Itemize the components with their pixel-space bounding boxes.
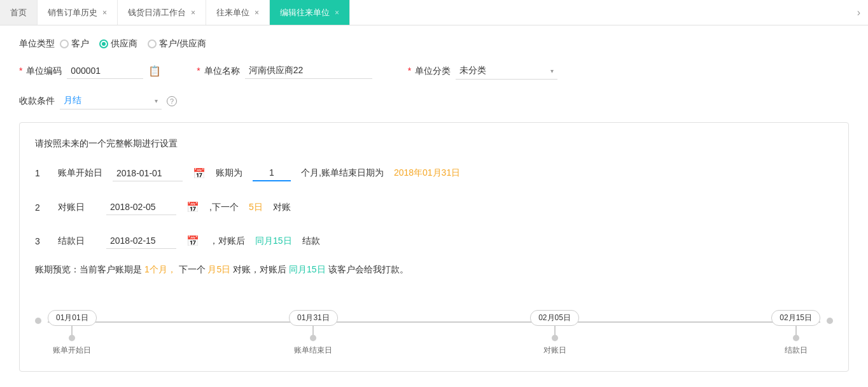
pay-date-calendar-icon[interactable]: 📅	[186, 235, 199, 247]
radio-both[interactable]: 客户/供应商	[148, 38, 206, 50]
radio-customer-label: 客户	[71, 38, 89, 50]
recon-date-calendar-icon[interactable]: 📅	[186, 201, 199, 213]
start-date-input[interactable]	[113, 165, 183, 181]
preview-text: 账期预览：当前客户账期是 1个月， 下一个 月5日 对账，对账后 同月15日 该…	[35, 254, 833, 291]
payment-terms-label: 收款条件	[19, 95, 55, 107]
unit-name-input[interactable]	[245, 63, 372, 79]
unit-code-input[interactable]	[67, 63, 143, 79]
tab-close-partners[interactable]: ×	[255, 8, 259, 17]
unit-category-group: * 单位分类 未分类 ▾	[408, 62, 557, 80]
preview-recon-suffix: 对账，对账后	[233, 264, 286, 274]
timeline-point-1-desc: 账单开始日	[53, 345, 91, 356]
radio-supplier-circle	[99, 39, 108, 48]
preview-recon-day: 月5日	[207, 264, 230, 274]
timeline-start-dot	[35, 318, 41, 324]
timeline-point-2: 01月31日 账单结束日	[289, 310, 338, 356]
settings-row-3: 3 结款日 📅 ，对账后 同月15日 结款	[35, 233, 833, 249]
tab-more-button[interactable]: ›	[850, 7, 868, 18]
row-2-day: 5日	[249, 202, 263, 213]
row-1-suffix: 个月,账单结束日期为	[301, 167, 384, 179]
row-3-suffix: 结款	[302, 236, 320, 247]
preview-prefix: 账期预览：当前客户账期是	[35, 264, 142, 274]
unit-type-row: 单位类型 客户 供应商 客户/供应商	[19, 38, 849, 50]
radio-customer[interactable]: 客户	[60, 38, 89, 50]
page-content: 单位类型 客户 供应商 客户/供应商 * 单位编码	[0, 25, 868, 387]
help-icon[interactable]: ?	[167, 96, 177, 106]
radio-customer-circle	[60, 39, 69, 48]
radio-group: 客户 供应商 客户/供应商	[60, 38, 206, 50]
unit-category-value: 未分类	[459, 65, 548, 76]
payment-terms-group: 收款条件 月结 ▾ ?	[19, 92, 177, 109]
timeline-point-3-dot	[552, 335, 558, 341]
row-1-midtext: 账期为	[216, 167, 242, 179]
unit-code-group: * 单位编码 📋	[19, 63, 161, 79]
timeline-point-2-label: 01月31日	[289, 310, 338, 326]
unit-name-label: * 单位名称	[197, 66, 239, 77]
unit-type-label: 单位类型	[19, 38, 55, 50]
radio-both-circle	[148, 39, 157, 48]
payment-terms-select[interactable]: 月结 ▾	[60, 92, 162, 109]
row-2-label: 对账日	[58, 202, 96, 213]
payment-terms-row: 收款条件 月结 ▾ ?	[19, 92, 849, 109]
radio-both-label: 客户/供应商	[159, 38, 206, 50]
radio-supplier[interactable]: 供应商	[99, 38, 137, 50]
settings-row-1: 1 账单开始日 📅 账期为 个月,账单结束日期为 2018年01月31日	[35, 165, 833, 181]
preview-pay-day: 同月15日	[289, 264, 326, 274]
tab-edit-partner[interactable]: 编辑往来单位 ×	[270, 0, 350, 25]
unit-code-copy-icon[interactable]: 📋	[148, 65, 161, 77]
row-1-end-date: 2018年01月31日	[394, 167, 460, 179]
tab-partners[interactable]: 往来单位 ×	[206, 0, 270, 25]
timeline-point-1-dot	[69, 335, 75, 341]
preview-recon-prefix: 下一个	[179, 264, 206, 274]
timeline-point-3-desc: 对账日	[543, 345, 566, 356]
row-3-label: 结款日	[58, 236, 96, 247]
unit-name-group: * 单位名称	[197, 63, 372, 79]
settings-title: 请按照未来的一个完整帐期进行设置	[35, 138, 833, 150]
row-2-suffix: 对账	[273, 202, 291, 213]
row-3-prefix: ，对账后	[209, 236, 245, 247]
tab-bar: 首页 销售订单历史 × 钱货日清工作台 × 往来单位 × 编辑往来单位 × ›	[0, 0, 868, 25]
settings-box: 请按照未来的一个完整帐期进行设置 1 账单开始日 📅 账期为 个月,账单结束日期…	[19, 122, 849, 372]
unit-category-select[interactable]: 未分类 ▾	[456, 62, 557, 80]
tab-cash-desk[interactable]: 钱货日清工作台 ×	[118, 0, 206, 25]
tab-close-sales-history[interactable]: ×	[102, 8, 107, 17]
timeline-point-2-desc: 账单结束日	[294, 345, 332, 356]
timeline-points: 01月01日 账单开始日 01月31日 账单结束日 02月05日	[48, 310, 820, 356]
timeline-end-dot	[827, 318, 833, 324]
tab-close-cash-desk[interactable]: ×	[191, 8, 195, 17]
row-2-num: 2	[35, 202, 48, 213]
timeline-point-2-dot	[310, 335, 316, 341]
timeline-point-1: 01月01日 账单开始日	[48, 310, 97, 356]
start-date-calendar-icon[interactable]: 📅	[193, 167, 206, 179]
unit-type-group: 单位类型 客户 供应商 客户/供应商	[19, 38, 206, 50]
row-3-day: 同月15日	[255, 236, 292, 247]
unit-category-arrow-icon: ▾	[550, 67, 554, 74]
timeline-wrapper: 01月01日 账单开始日 01月31日 账单结束日 02月05日	[35, 291, 833, 356]
timeline-point-3-line	[554, 326, 556, 335]
timeline-point-3: 02月05日 对账日	[530, 310, 579, 356]
timeline-point-4-dot	[793, 335, 799, 341]
timeline-point-4-line	[795, 326, 797, 335]
tab-close-edit-partner[interactable]: ×	[335, 8, 339, 17]
tab-home[interactable]: 首页	[0, 0, 38, 25]
timeline-point-4: 02月15日 结款日	[771, 310, 820, 356]
preview-suffix: 该客户会给我打款。	[328, 264, 409, 274]
tab-sales-history[interactable]: 销售订单历史 ×	[38, 0, 118, 25]
timeline-point-1-line	[71, 326, 73, 335]
timeline-point-1-label: 01月01日	[48, 310, 97, 326]
row-2-prefix: ,下一个	[209, 202, 239, 213]
radio-supplier-label: 供应商	[111, 38, 137, 50]
unit-info-row: * 单位编码 📋 * 单位名称 * 单位分类 未分类 ▾	[19, 62, 849, 80]
row-1-num: 1	[35, 168, 48, 178]
timeline-point-4-desc: 结款日	[785, 345, 808, 356]
row-3-num: 3	[35, 236, 48, 246]
timeline-point-2-line	[312, 326, 314, 335]
period-input[interactable]	[253, 165, 291, 181]
unit-code-label: * 单位编码	[19, 66, 62, 77]
pay-date-input[interactable]	[106, 233, 176, 249]
recon-date-input[interactable]	[106, 199, 176, 215]
settings-row-2: 2 对账日 📅 ,下一个 5日 对账	[35, 199, 833, 215]
timeline-point-4-label: 02月15日	[771, 310, 820, 326]
payment-terms-value: 月结	[64, 95, 152, 106]
payment-terms-arrow-icon: ▾	[155, 97, 158, 104]
